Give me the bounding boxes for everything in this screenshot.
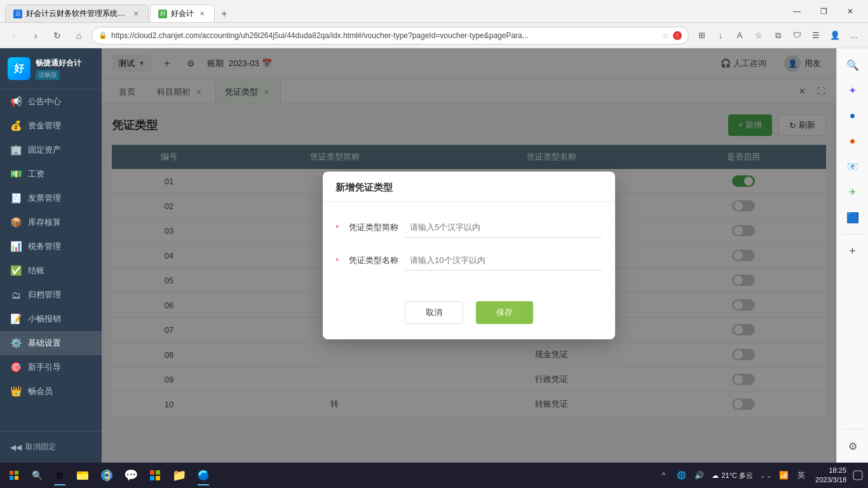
announcement-icon: 📢 bbox=[10, 96, 22, 107]
weather-text: 21°C 多云 bbox=[721, 471, 753, 480]
sidebar-item-salary[interactable]: 💵 工资 bbox=[0, 162, 102, 186]
sidebar-item-settle[interactable]: ✅ 结账 bbox=[0, 259, 102, 283]
dialog-overlay: 新增凭证类型 * 凭证类型简称 * 凭证类型名称 bbox=[102, 48, 836, 463]
notification-button[interactable] bbox=[850, 468, 865, 483]
browser-tab-2[interactable]: 好 好会计 ✕ bbox=[150, 4, 215, 22]
taskbar-app-store[interactable] bbox=[144, 464, 166, 487]
maximize-button[interactable]: ❐ bbox=[811, 3, 836, 20]
start-button[interactable] bbox=[3, 464, 25, 487]
collection-button[interactable]: ☰ bbox=[807, 27, 825, 44]
taskbar-clock[interactable]: 18:25 2023/3/18 bbox=[811, 466, 850, 485]
sidebar-item-invoice[interactable]: 🧾 发票管理 bbox=[0, 186, 102, 210]
right-blue-btn[interactable]: ● bbox=[841, 104, 864, 127]
sidebar-logo[interactable]: 好 畅捷通好合计 流畅版 bbox=[0, 48, 102, 90]
new-voucher-type-dialog: 新增凭证类型 * 凭证类型简称 * 凭证类型名称 bbox=[323, 172, 615, 339]
right-outlook-btn[interactable]: 📧 bbox=[841, 155, 864, 178]
cancel-button[interactable]: 取消 bbox=[405, 301, 463, 324]
right-green-btn[interactable]: ✈ bbox=[841, 180, 864, 203]
more-button[interactable]: … bbox=[845, 27, 863, 44]
back-button[interactable]: ‹ bbox=[5, 27, 23, 44]
weather-icon: ☁ bbox=[712, 471, 719, 480]
address-extra-icon: ! bbox=[673, 31, 682, 40]
svg-rect-1 bbox=[15, 471, 18, 475]
profile-button[interactable]: 👤 bbox=[826, 27, 844, 44]
address-lock-icon: 🔒 bbox=[98, 31, 107, 39]
right-ai-button[interactable]: ✦ bbox=[841, 79, 864, 102]
full-name-label: 凭证类型名称 bbox=[341, 255, 398, 266]
browser-tab-1-close[interactable]: ✕ bbox=[132, 10, 140, 18]
browser-tab-2-close[interactable]: ✕ bbox=[198, 10, 207, 18]
sidebar-item-fund[interactable]: 💰 资金管理 bbox=[0, 114, 102, 138]
systray-sound[interactable]: 🔊 bbox=[691, 468, 707, 483]
systray-chevrons[interactable]: ⌄ ⌄ bbox=[758, 468, 773, 483]
full-name-field: * 凭证类型名称 bbox=[336, 250, 602, 271]
split-view-button[interactable]: ⧉ bbox=[769, 27, 787, 44]
svg-rect-10 bbox=[150, 470, 154, 475]
browser-tab-1[interactable]: 云 好会计云财务软件管理系统_会计 ✕ bbox=[5, 4, 149, 22]
taskbar-search-button[interactable]: 🔍 bbox=[25, 464, 48, 487]
svg-rect-6 bbox=[77, 471, 82, 474]
sidebar-item-settings[interactable]: ⚙️ 基础设置 bbox=[0, 331, 102, 355]
full-name-required-marker: * bbox=[336, 256, 339, 266]
sidebar-item-member[interactable]: 👑 畅会员 bbox=[0, 379, 102, 403]
new-tab-button[interactable]: + bbox=[216, 6, 233, 22]
fund-icon: 💰 bbox=[10, 120, 22, 132]
sidebar-item-guide[interactable]: 🎯 新手引导 bbox=[0, 355, 102, 379]
unpin-icon: ◀◀ bbox=[10, 443, 22, 452]
systray-wifi[interactable]: 📶 bbox=[776, 468, 791, 483]
right-add-button[interactable]: + bbox=[841, 240, 864, 262]
right-panel-divider bbox=[843, 234, 862, 234]
extensions-button[interactable]: ⊞ bbox=[693, 27, 710, 44]
taskbar-app-filemanager[interactable]: 📁 bbox=[168, 464, 191, 487]
full-name-input[interactable] bbox=[405, 250, 602, 271]
inventory-icon: 📦 bbox=[10, 217, 22, 228]
unpin-button[interactable]: ◀◀ 取消固定 bbox=[0, 437, 102, 458]
dialog-footer: 取消 保存 bbox=[323, 296, 615, 339]
close-button[interactable]: ✕ bbox=[837, 3, 863, 20]
save-page-button[interactable]: ↓ bbox=[712, 27, 729, 44]
sidebar-item-tax[interactable]: 📊 税务管理 bbox=[0, 234, 102, 259]
right-blue2-btn[interactable]: 🟦 bbox=[841, 206, 864, 229]
taskbar-app-edge[interactable] bbox=[192, 464, 215, 487]
right-orange-btn[interactable]: ● bbox=[841, 130, 864, 152]
report-icon: 📝 bbox=[10, 313, 22, 325]
svg-rect-3 bbox=[15, 476, 18, 480]
sidebar-item-inventory[interactable]: 📦 库存核算 bbox=[0, 210, 102, 234]
home-button[interactable]: ⌂ bbox=[70, 27, 88, 44]
window-controls: — ❐ ✕ bbox=[784, 3, 863, 20]
systray-chevron[interactable]: ^ bbox=[656, 468, 671, 483]
systray-network[interactable]: 🌐 bbox=[674, 468, 689, 483]
salary-icon: 💵 bbox=[10, 168, 22, 180]
address-bar[interactable]: 🔒 https://cloud2.chanjet.com/accounting/… bbox=[92, 27, 689, 44]
forward-button[interactable]: › bbox=[27, 27, 44, 44]
chrome-icon bbox=[100, 468, 114, 482]
taskbar-app-explorer[interactable] bbox=[71, 464, 94, 487]
taskbar-app-wechat[interactable]: 💬 bbox=[119, 464, 142, 487]
logo-name: 畅捷通好合计 bbox=[36, 58, 81, 69]
sidebar-item-announcement[interactable]: 📢 公告中心 bbox=[0, 90, 102, 114]
right-search-button[interactable]: 🔍 bbox=[841, 53, 864, 76]
svg-rect-11 bbox=[156, 470, 160, 475]
dialog-header: 新增凭证类型 bbox=[323, 172, 615, 202]
wechat-icon: 💬 bbox=[124, 468, 138, 482]
save-button[interactable]: 保存 bbox=[476, 301, 533, 324]
svg-rect-5 bbox=[77, 474, 88, 480]
taskbar-app-chrome[interactable] bbox=[95, 464, 118, 487]
font-button[interactable]: A bbox=[731, 27, 749, 44]
bookmark-button[interactable]: ☆ bbox=[750, 27, 768, 44]
logo-text-block: 畅捷通好合计 流畅版 bbox=[36, 58, 81, 80]
tax-icon: 📊 bbox=[10, 241, 22, 252]
short-name-input[interactable] bbox=[405, 217, 602, 238]
sidebar-item-report[interactable]: 📝 小畅报销 bbox=[0, 307, 102, 331]
sidebar-item-fixed-assets[interactable]: 🏢 固定资产 bbox=[0, 138, 102, 162]
shield-button[interactable]: 🛡 bbox=[788, 27, 806, 44]
right-panel: 🔍 ✦ ● ● 📧 ✈ 🟦 + ⚙ bbox=[836, 48, 868, 463]
short-name-label: 凭证类型简称 bbox=[341, 222, 398, 233]
systray-lang[interactable]: 英 bbox=[794, 468, 809, 483]
reload-button[interactable]: ↻ bbox=[48, 27, 66, 44]
sidebar-item-archive[interactable]: 🗂 归档管理 bbox=[0, 283, 102, 307]
minimize-button[interactable]: — bbox=[784, 3, 810, 20]
right-settings-button[interactable]: ⚙ bbox=[841, 435, 864, 458]
taskbar-app-taskview[interactable]: ⧉ bbox=[48, 464, 71, 487]
browser-toolbar: ‹ › ↻ ⌂ 🔒 https://cloud2.chanjet.com/acc… bbox=[0, 23, 868, 48]
